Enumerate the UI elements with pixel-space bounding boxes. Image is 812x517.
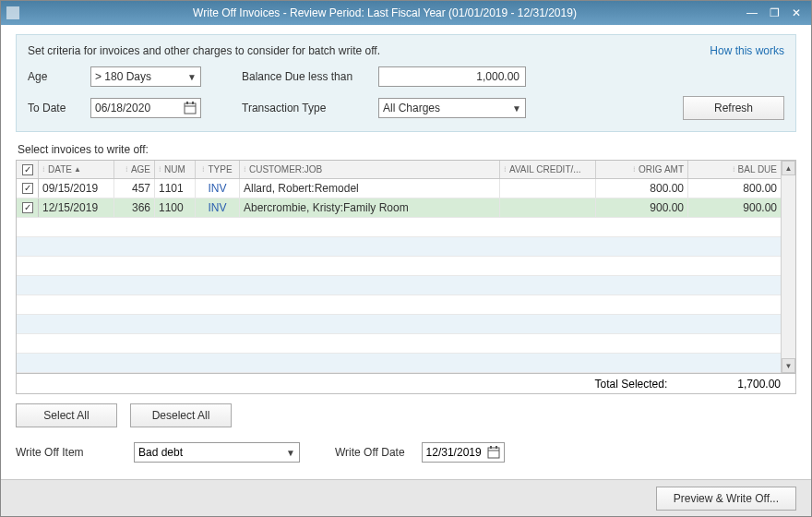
- write-off-item-label: Write Off Item: [16, 446, 117, 459]
- column-orig-amt[interactable]: ⁞ORIG AMT: [596, 161, 688, 178]
- column-type[interactable]: ⁞TYPE: [196, 161, 240, 178]
- table-row-empty: [17, 315, 781, 334]
- cell-customer-job: Allard, Robert:Remodel: [240, 179, 500, 198]
- refresh-button[interactable]: Refresh: [683, 96, 784, 120]
- cell-age: 457: [114, 179, 155, 198]
- age-dropdown[interactable]: > 180 Days ▼: [90, 66, 201, 87]
- maximize-button[interactable]: ❐: [767, 6, 782, 19]
- column-customer-job[interactable]: ⁞CUSTOMER:JOB: [240, 161, 500, 178]
- transaction-type-value: All Charges: [383, 102, 440, 114]
- row-checkbox[interactable]: ✓: [22, 202, 33, 213]
- to-date-value: 06/18/2020: [95, 102, 150, 114]
- to-date-label: To Date: [28, 102, 83, 114]
- to-date-input[interactable]: 06/18/2020: [90, 98, 201, 118]
- preview-write-off-button[interactable]: Preview & Write Off...: [656, 487, 796, 511]
- how-this-works-link[interactable]: How this works: [710, 44, 784, 57]
- chevron-down-icon: ▼: [286, 448, 295, 458]
- close-button[interactable]: ✕: [789, 6, 804, 19]
- table-row-empty: [17, 295, 781, 315]
- write-off-item-dropdown[interactable]: Bad debt ▼: [134, 442, 300, 463]
- total-selected-value: 1,700.00: [737, 378, 781, 391]
- chevron-down-icon: ▼: [512, 103, 521, 114]
- total-selected-label: Total Selected:: [595, 378, 668, 391]
- column-avail-credit[interactable]: ⁞AVAIL CREDIT/...: [500, 161, 596, 178]
- select-all-button[interactable]: Select All: [16, 403, 117, 427]
- balance-due-label: Balance Due less than: [242, 70, 371, 83]
- balance-due-value: 1,000.00: [476, 70, 519, 83]
- select-invoices-label: Select invoices to write off:: [18, 143, 796, 156]
- svg-rect-0: [185, 103, 196, 114]
- svg-rect-2: [186, 102, 188, 104]
- cell-num: 1100: [155, 198, 196, 217]
- cell-bal-due: 800.00: [688, 179, 781, 198]
- column-age[interactable]: ⁞AGE: [114, 161, 155, 178]
- table-body: ✓09/15/20194571101INVAllard, Robert:Remo…: [17, 179, 781, 373]
- cell-avail-credit: [500, 198, 596, 217]
- scroll-down-icon[interactable]: ▼: [782, 358, 795, 373]
- column-num[interactable]: ⁞NUM: [155, 161, 196, 178]
- svg-rect-6: [490, 446, 492, 449]
- cell-orig-amt: 900.00: [596, 198, 688, 217]
- cell-type[interactable]: INV: [196, 179, 240, 198]
- scroll-up-icon[interactable]: ▲: [782, 161, 795, 175]
- write-off-item-value: Bad debt: [138, 446, 183, 459]
- cell-num: 1101: [155, 179, 196, 198]
- vertical-scrollbar[interactable]: ▲ ▼: [781, 161, 795, 373]
- table-row-empty: [17, 218, 781, 237]
- write-off-date-input[interactable]: 12/31/2019: [422, 442, 505, 463]
- cell-customer-job: Abercrombie, Kristy:Family Room: [240, 198, 500, 217]
- cell-age: 366: [114, 198, 155, 217]
- totals-row: Total Selected: 1,700.00: [16, 374, 796, 394]
- svg-rect-3: [192, 102, 194, 104]
- column-date[interactable]: ⁞DATE▲: [39, 161, 114, 178]
- table-row-empty: [17, 276, 781, 295]
- write-off-invoices-window: Write Off Invoices - Review Period: Last…: [0, 0, 812, 517]
- write-off-date-value: 12/31/2019: [426, 446, 482, 459]
- deselect-all-button[interactable]: Deselect All: [130, 403, 232, 427]
- transaction-type-dropdown[interactable]: All Charges ▼: [378, 98, 526, 118]
- age-label: Age: [28, 70, 83, 83]
- table-row-empty: [17, 334, 781, 354]
- invoices-table: ✓ ⁞DATE▲ ⁞AGE ⁞NUM ⁞TYPE ⁞CUSTOMER:JOB ⁞…: [16, 160, 796, 374]
- cell-date: 12/15/2019: [39, 198, 114, 217]
- scroll-track[interactable]: [782, 175, 795, 358]
- transaction-type-label: Transaction Type: [242, 102, 371, 114]
- table-row[interactable]: ✓12/15/20193661100INVAbercrombie, Kristy…: [17, 198, 781, 218]
- cell-type[interactable]: INV: [196, 198, 240, 217]
- column-checkbox[interactable]: ✓: [17, 161, 39, 178]
- column-bal-due[interactable]: ⁞BAL DUE: [688, 161, 781, 178]
- svg-rect-4: [488, 448, 499, 458]
- table-row[interactable]: ✓09/15/20194571101INVAllard, Robert:Remo…: [17, 179, 781, 198]
- cell-date: 09/15/2019: [39, 179, 114, 198]
- window-title: Write Off Invoices - Review Period: Last…: [25, 6, 745, 19]
- table-row-empty: [17, 237, 781, 257]
- cell-avail-credit: [500, 179, 596, 198]
- row-checkbox-cell[interactable]: ✓: [17, 198, 39, 217]
- system-menu-icon[interactable]: [6, 6, 19, 19]
- age-dropdown-value: > 180 Days: [95, 70, 151, 83]
- row-checkbox[interactable]: ✓: [22, 183, 33, 194]
- calendar-icon[interactable]: [184, 102, 197, 114]
- table-row-empty: [17, 354, 781, 373]
- table-header: ✓ ⁞DATE▲ ⁞AGE ⁞NUM ⁞TYPE ⁞CUSTOMER:JOB ⁞…: [17, 161, 781, 179]
- criteria-panel: Set criteria for invoices and other char…: [16, 34, 796, 132]
- calendar-icon[interactable]: [487, 446, 500, 459]
- minimize-button[interactable]: —: [745, 6, 759, 19]
- cell-bal-due: 900.00: [688, 198, 781, 217]
- criteria-intro: Set criteria for invoices and other char…: [28, 44, 784, 57]
- footer-bar: Preview & Write Off...: [1, 479, 811, 516]
- header-checkbox[interactable]: ✓: [22, 164, 33, 175]
- write-off-date-label: Write Off Date: [335, 446, 405, 459]
- sort-asc-icon: ▲: [74, 165, 81, 174]
- row-checkbox-cell[interactable]: ✓: [17, 179, 39, 198]
- balance-due-input[interactable]: 1,000.00: [378, 66, 526, 87]
- svg-rect-7: [496, 446, 497, 449]
- table-row-empty: [17, 257, 781, 276]
- chevron-down-icon: ▼: [187, 72, 197, 82]
- cell-orig-amt: 800.00: [596, 179, 688, 198]
- titlebar: Write Off Invoices - Review Period: Last…: [1, 1, 811, 25]
